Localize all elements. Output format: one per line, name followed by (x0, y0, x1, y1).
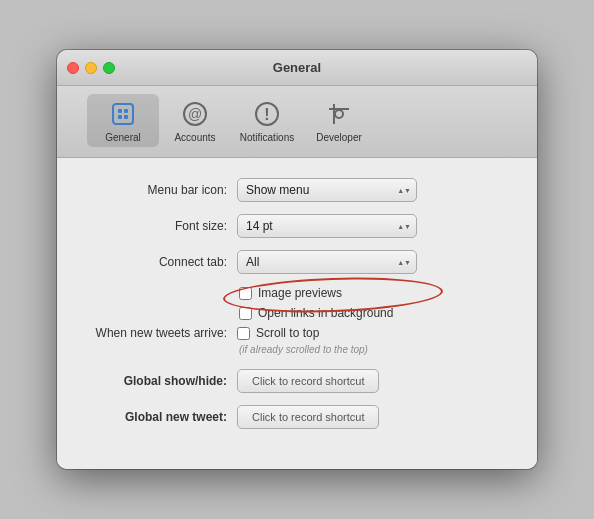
checkboxes-block: Image previews Open links in background (239, 286, 507, 320)
open-links-row: Open links in background (239, 306, 507, 320)
when-new-tweets-row: When new tweets arrive: Scroll to top (87, 326, 507, 340)
font-size-select[interactable]: 10 pt 12 pt 14 pt 16 pt 18 pt (237, 214, 417, 238)
connect-tab-control: All Selected (237, 250, 507, 274)
scroll-to-top-control: Scroll to top (237, 326, 507, 340)
font-size-control: 10 pt 12 pt 14 pt 16 pt 18 pt (237, 214, 507, 238)
image-previews-row: Image previews (239, 286, 507, 300)
titlebar: General (57, 50, 537, 86)
global-show-hide-button[interactable]: Click to record shortcut (237, 369, 379, 393)
close-button[interactable] (67, 62, 79, 74)
connect-tab-row: Connect tab: All Selected (87, 250, 507, 274)
global-new-tweet-control: Click to record shortcut (237, 405, 507, 429)
svg-text:!: ! (264, 106, 269, 123)
image-previews-checkbox[interactable] (239, 287, 252, 300)
developer-icon (323, 98, 355, 130)
tab-general[interactable]: General (87, 94, 159, 147)
global-new-tweet-label: Global new tweet: (87, 410, 237, 424)
open-links-checkbox[interactable] (239, 307, 252, 320)
tab-accounts-label: Accounts (174, 132, 215, 143)
menu-bar-icon-row: Menu bar icon: Show menu Hide menu Show … (87, 178, 507, 202)
svg-rect-1 (118, 109, 122, 113)
connect-tab-select-wrapper: All Selected (237, 250, 417, 274)
global-show-hide-row: Global show/hide: Click to record shortc… (87, 369, 507, 393)
accounts-icon: @ (179, 98, 211, 130)
tab-notifications[interactable]: ! Notifications (231, 94, 303, 147)
tab-developer[interactable]: Developer (303, 94, 375, 147)
svg-rect-3 (124, 109, 128, 113)
general-icon (107, 98, 139, 130)
open-links-label: Open links in background (258, 306, 393, 320)
maximize-button[interactable] (103, 62, 115, 74)
svg-point-11 (335, 110, 343, 118)
image-previews-highlight: Image previews (239, 286, 342, 300)
connect-tab-select[interactable]: All Selected (237, 250, 417, 274)
global-new-tweet-row: Global new tweet: Click to record shortc… (87, 405, 507, 429)
menu-bar-icon-select-wrapper: Show menu Hide menu Show icon only (237, 178, 417, 202)
font-size-select-wrapper: 10 pt 12 pt 14 pt 16 pt 18 pt (237, 214, 417, 238)
tab-developer-label: Developer (316, 132, 362, 143)
tab-general-label: General (105, 132, 141, 143)
notifications-icon: ! (251, 98, 283, 130)
main-window: General General @ Acco (57, 50, 537, 469)
when-new-tweets-label: When new tweets arrive: (87, 326, 237, 340)
menu-bar-icon-control: Show menu Hide menu Show icon only (237, 178, 507, 202)
minimize-button[interactable] (85, 62, 97, 74)
menu-bar-icon-select[interactable]: Show menu Hide menu Show icon only (237, 178, 417, 202)
menu-bar-icon-label: Menu bar icon: (87, 183, 237, 197)
scroll-hint: (if already scrolled to the top) (239, 344, 507, 355)
global-show-hide-control: Click to record shortcut (237, 369, 507, 393)
svg-text:@: @ (188, 106, 202, 122)
font-size-row: Font size: 10 pt 12 pt 14 pt 16 pt 18 pt (87, 214, 507, 238)
svg-rect-4 (124, 115, 128, 119)
window-controls (67, 62, 115, 74)
scroll-to-top-label: Scroll to top (256, 326, 319, 340)
font-size-label: Font size: (87, 219, 237, 233)
window-title: General (273, 60, 321, 75)
global-show-hide-label: Global show/hide: (87, 374, 237, 388)
tab-notifications-label: Notifications (240, 132, 294, 143)
content-area: Menu bar icon: Show menu Hide menu Show … (57, 158, 537, 469)
tab-accounts[interactable]: @ Accounts (159, 94, 231, 147)
svg-rect-0 (113, 104, 133, 124)
scroll-to-top-checkbox[interactable] (237, 327, 250, 340)
svg-rect-2 (118, 115, 122, 119)
connect-tab-label: Connect tab: (87, 255, 237, 269)
global-new-tweet-button[interactable]: Click to record shortcut (237, 405, 379, 429)
toolbar: General @ Accounts ! Notifications (57, 86, 537, 158)
image-previews-label: Image previews (258, 286, 342, 300)
scroll-to-top-row: Scroll to top (237, 326, 507, 340)
